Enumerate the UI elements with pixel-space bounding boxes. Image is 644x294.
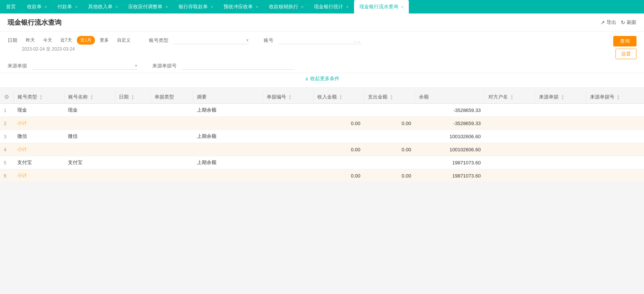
nav-close-cash-bank-flow[interactable]: × xyxy=(401,0,404,13)
nav-ar-ap-label: 应收应付调整单 xyxy=(128,0,162,13)
th-expense-label: 支出金额 xyxy=(368,94,387,100)
date-btn-7days[interactable]: 近7天 xyxy=(57,36,75,45)
collapse-filter-button[interactable]: ∧ 收起更多条件 xyxy=(0,73,644,84)
th-summary: 摘要 xyxy=(193,91,263,104)
flow-table: ⚙ 账号类型 ▲ ▼ 账号名称 ▲ ▼ 日期 xyxy=(0,91,644,182)
nav-item-cash-bank-stat[interactable]: 现金银行统计 × xyxy=(309,0,354,13)
cell-expense: 0.00 xyxy=(364,169,415,182)
th-source-doc-label: 来源单据 xyxy=(539,94,558,100)
cell-balance: -3528659.33 xyxy=(415,104,485,117)
date-btn-1month[interactable]: 近1月 xyxy=(77,36,95,45)
export-button[interactable]: ↗ 导出 xyxy=(600,19,616,26)
nav-item-bank-deposit[interactable]: 银行存取款单 × xyxy=(173,0,218,13)
account-more-options-icon[interactable]: ... xyxy=(354,37,361,44)
date-label: 日期 xyxy=(8,37,17,44)
account-type-cell: 支付宝 xyxy=(17,160,32,165)
th-income[interactable]: 收入金额 ▲ ▼ xyxy=(313,91,364,104)
th-date[interactable]: 日期 ▲ ▼ xyxy=(115,91,151,104)
date-btn-today[interactable]: 今天 xyxy=(40,36,56,45)
cell-date xyxy=(115,169,151,182)
cell-doc-type xyxy=(151,143,193,156)
nav-close-receipts[interactable]: × xyxy=(45,0,47,13)
nav-item-home[interactable]: 首页 xyxy=(0,0,22,13)
table-row[interactable]: 5 支付宝 支付宝 上期余额 19871073.60 xyxy=(0,156,644,169)
date-quick-select: 昨天 今天 近7天 近1月 更多 自定义 xyxy=(23,36,134,45)
setting-button[interactable]: 设置 xyxy=(615,49,636,59)
nav-item-receipt-verify[interactable]: 收款核销执行 × xyxy=(264,0,309,13)
cell-counterpart xyxy=(485,130,535,143)
nav-close-other-income[interactable]: × xyxy=(116,0,118,13)
nav-item-ar-ap-adjust[interactable]: 应收应付调整单 × xyxy=(123,0,173,13)
table-row[interactable]: 4 小计 0.00 0.00 100102606.60 xyxy=(0,143,644,156)
source-doc-dropdown-icon: ▾ xyxy=(135,63,137,68)
th-doc-no[interactable]: 单据编号 ▲ ▼ xyxy=(263,91,313,104)
table-row[interactable]: 3 微信 微信 上期余额 100102606.60 xyxy=(0,130,644,143)
nav-bank-deposit-label: 银行存取款单 xyxy=(179,0,208,13)
cell-income: 0.00 xyxy=(313,117,364,130)
cell-income: 0.00 xyxy=(313,143,364,156)
cell-summary xyxy=(193,169,263,182)
sort-arrows-doc-no: ▲ ▼ xyxy=(288,94,291,100)
th-expense[interactable]: 支出金额 ▲ ▼ xyxy=(364,91,415,104)
nav-other-income-label: 其他收入单 xyxy=(88,0,113,13)
nav-item-advance-offset[interactable]: 预收冲应收单 × xyxy=(218,0,263,13)
cell-doc-no xyxy=(263,169,313,182)
nav-close-bank-deposit[interactable]: × xyxy=(211,0,213,13)
date-btn-more[interactable]: 更多 xyxy=(96,36,112,45)
table-row[interactable]: 2 小计 0.00 0.00 -3528659.33 xyxy=(0,117,644,130)
account-type-input[interactable] xyxy=(174,37,245,44)
nav-close-payments[interactable]: × xyxy=(75,0,77,13)
cell-doc-no xyxy=(263,104,313,117)
sort-arrows-source-doc-no: ▲ ▼ xyxy=(617,94,620,100)
date-btn-custom[interactable]: 自定义 xyxy=(114,36,134,45)
subtotal-label: 小计 xyxy=(17,173,27,178)
th-account-name[interactable]: 账号名称 ▲ ▼ xyxy=(64,91,115,104)
nav-close-cash-bank-stat[interactable]: × xyxy=(346,0,348,13)
date-btn-yesterday[interactable]: 昨天 xyxy=(23,36,38,45)
cell-date xyxy=(115,143,151,156)
query-button[interactable]: 查询 xyxy=(613,36,636,46)
table-row[interactable]: 6 小计 0.00 0.00 19871073.60 xyxy=(0,169,644,182)
row-number: 4 xyxy=(0,143,14,156)
cell-counterpart xyxy=(485,117,535,130)
nav-close-advance-offset[interactable]: × xyxy=(256,0,258,13)
cell-source-doc-no xyxy=(586,130,644,143)
cell-counterpart xyxy=(485,156,535,169)
th-source-doc-no-label: 来源单据号 xyxy=(590,94,614,100)
th-account-type[interactable]: 账号类型 ▲ ▼ xyxy=(14,91,64,104)
refresh-icon: ↻ xyxy=(621,19,625,25)
cell-date xyxy=(115,130,151,143)
th-source-doc[interactable]: 来源单据 ▲ ▼ xyxy=(535,91,586,104)
nav-item-payments[interactable]: 付款单 × xyxy=(52,0,83,13)
refresh-button[interactable]: ↻ 刷新 xyxy=(621,19,636,26)
source-doc-input[interactable] xyxy=(32,62,134,69)
cell-doc-type xyxy=(151,169,193,182)
account-type-cell: 现金 xyxy=(17,107,27,113)
account-label: 账号 xyxy=(264,37,273,44)
export-label: 导出 xyxy=(606,19,616,26)
cell-date xyxy=(115,156,151,169)
nav-item-cash-bank-flow[interactable]: 现金银行流水查询 × xyxy=(354,0,409,13)
account-type-cell: 微信 xyxy=(17,133,27,139)
account-input[interactable] xyxy=(279,37,354,44)
source-doc-label: 来源单据 xyxy=(8,63,27,69)
th-counterpart[interactable]: 对方户名 ▲ ▼ xyxy=(485,91,535,104)
nav-item-other-income[interactable]: 其他收入单 × xyxy=(83,0,123,13)
table-row[interactable]: 1 现金 现金 上期余额 -3528659.33 xyxy=(0,104,644,117)
cell-source-doc-no xyxy=(586,156,644,169)
cell-account-type: 小计 xyxy=(14,143,64,156)
nav-close-ar-ap[interactable]: × xyxy=(165,0,168,13)
cell-income xyxy=(313,156,364,169)
cell-account-name: 微信 xyxy=(64,130,115,143)
th-source-doc-no[interactable]: 来源单据号 ▲ ▼ xyxy=(586,91,644,104)
nav-item-receipts[interactable]: 收款单 × xyxy=(22,0,52,13)
cell-source-doc-no xyxy=(586,104,644,117)
nav-close-receipt-verify[interactable]: × xyxy=(301,0,303,13)
gear-icon[interactable]: ⚙ xyxy=(4,94,9,100)
cell-account-type: 微信 xyxy=(14,130,64,143)
sort-arrows-source-doc: ▲ ▼ xyxy=(561,94,564,100)
source-doc-no-input[interactable] xyxy=(182,62,294,69)
header-actions: ↗ 导出 ↻ 刷新 xyxy=(600,19,636,26)
cell-doc-type xyxy=(151,117,193,130)
nav-home-label: 首页 xyxy=(6,0,16,13)
